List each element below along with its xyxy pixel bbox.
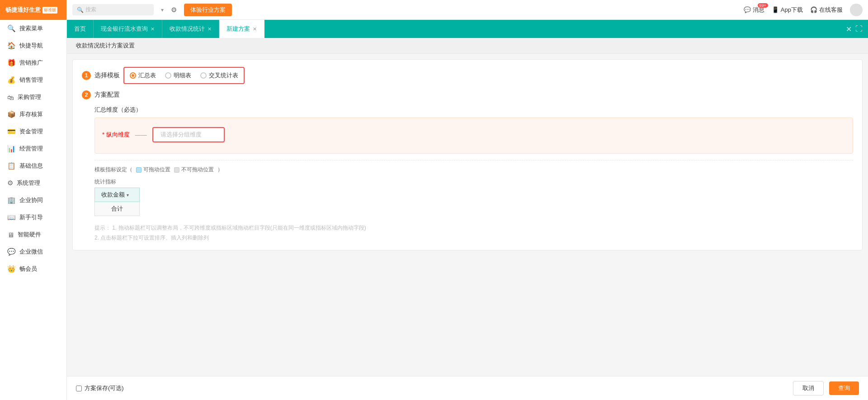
enterprise-icon: 🏢	[7, 196, 16, 204]
user-avatar[interactable]	[850, 4, 863, 16]
page-header: 收款情况统计方案设置	[67, 38, 868, 54]
tab-home[interactable]: 首页	[67, 20, 94, 38]
sidebar-item-label: 销售管理	[19, 76, 43, 84]
page-header-title: 收款情况统计方案设置	[76, 42, 135, 49]
notice-badge: 99+	[758, 3, 768, 8]
page-content: 收款情况统计方案设置 1 选择模板 汇总表 明细表	[67, 38, 868, 400]
dimension-row: 纵向维度 —— 请选择分组维度	[102, 127, 845, 142]
search-icon: 🔍	[77, 7, 84, 13]
sidebar-item-base-info[interactable]: 📋 基础信息	[0, 157, 66, 174]
tab-collection-close[interactable]: ✕	[208, 26, 212, 32]
dim-select[interactable]: 请选择分组维度	[152, 127, 225, 142]
sidebar-item-label: 新手引导	[19, 213, 43, 221]
radio-detail[interactable]: 明细表	[165, 71, 191, 80]
radio-cross[interactable]: 交叉统计表	[200, 71, 238, 80]
sidebar-item-inventory[interactable]: 📦 库存核算	[0, 106, 66, 123]
sidebar-item-purchase[interactable]: 🛍 采购管理	[0, 89, 66, 106]
movable-dot	[136, 167, 142, 173]
sidebar-item-label: 系统管理	[17, 179, 40, 187]
operations-icon: 📊	[7, 145, 16, 153]
logo-badge: 标准版	[42, 7, 57, 14]
radio-cross-label: 交叉统计表	[209, 71, 238, 80]
trial-btn[interactable]: 体验行业方案	[184, 4, 232, 16]
metrics-close-paren: ）	[217, 166, 223, 174]
tab-cash-query-close[interactable]: ✕	[151, 26, 155, 32]
draggable-hint: 模板指标设定（ 可拖动位置 不可拖动位置 ）	[94, 166, 853, 174]
sidebar-item-label: 企业协同	[19, 196, 43, 204]
sidebar-item-label: 企业微信	[19, 248, 43, 256]
sidebar-item-funds[interactable]: 💳 资金管理	[0, 123, 66, 140]
sidebar-item-label: 基础信息	[19, 162, 43, 170]
sidebar-item-label: 库存核算	[19, 110, 43, 118]
step2-area: 2 方案配置 汇总维度（必选） 纵向维度 —— 请选择分组维度	[82, 90, 853, 243]
sidebar-item-marketing[interactable]: 🎁 营销推广	[0, 54, 66, 71]
step2-title: 方案配置	[94, 91, 120, 99]
radio-detail-circle	[165, 72, 171, 79]
stats-label-text: 统计指标	[94, 178, 140, 186]
save-plan-wrap[interactable]: 方案保存(可选)	[76, 384, 124, 392]
dim-arrow: ——	[135, 132, 147, 138]
service-wrap[interactable]: 🎧 在线客服	[810, 6, 843, 14]
tab-cash-query[interactable]: 现金银行流水查询 ✕	[94, 20, 162, 38]
sidebar: 畅捷通好生意 标准版 🔍 搜索菜单 🏠 快捷导航 🎁 营销推广 💰 销售管理 🛍…	[0, 0, 67, 400]
notice-icon: 💬	[744, 6, 751, 13]
sidebar-item-system[interactable]: ⚙ 系统管理	[0, 174, 66, 192]
footer-bar: 方案保存(可选) 取消 查询	[67, 376, 868, 400]
tab-new-plan-close[interactable]: ✕	[253, 26, 257, 32]
radio-summary[interactable]: 汇总表	[130, 71, 156, 80]
logo-text: 畅捷通好生意	[5, 6, 41, 14]
topbar-search[interactable]: 🔍 搜索	[72, 4, 154, 15]
sidebar-item-smart-hw[interactable]: 🖥 智能硬件	[0, 226, 66, 243]
cancel-button[interactable]: 取消	[793, 381, 824, 395]
save-plan-checkbox[interactable]	[76, 386, 82, 391]
tab-home-label: 首页	[74, 25, 86, 33]
service-label: 在线客服	[819, 6, 843, 14]
save-plan-label: 方案保存(可选)	[85, 384, 124, 392]
download-wrap[interactable]: 📱 App下载	[772, 6, 803, 14]
sidebar-item-member[interactable]: 👑 畅会员	[0, 260, 66, 278]
query-button[interactable]: 查询	[829, 381, 859, 395]
sidebar-item-sales[interactable]: 💰 销售管理	[0, 71, 66, 89]
sidebar-item-label: 营销推广	[19, 59, 43, 67]
tab-new-plan[interactable]: 新建方案 ✕	[219, 20, 264, 38]
sidebar-item-search-menu[interactable]: 🔍 搜索菜单	[0, 20, 66, 37]
stats-col-dropdown-icon[interactable]: ▾	[127, 193, 129, 198]
tab-expand-icon[interactable]: ⛶	[855, 25, 863, 33]
service-icon: 🎧	[810, 6, 817, 13]
radio-summary-label: 汇总表	[138, 71, 156, 80]
template-options-box: 汇总表 明细表 交叉统计表	[123, 67, 245, 84]
search-placeholder: 搜索	[85, 6, 96, 14]
step2-header: 2 方案配置	[82, 90, 853, 99]
stats-col-header[interactable]: 收款金额 ▾	[94, 188, 140, 202]
tabbar: 首页 现金银行流水查询 ✕ 收款情况统计 ✕ 新建方案 ✕ ✕ ⛶	[67, 20, 868, 38]
fixed-dot	[174, 167, 179, 173]
metrics-section-title: 模板指标设定（	[94, 166, 132, 174]
tab-close-all-icon[interactable]: ✕	[846, 25, 852, 33]
tip-2: 2. 点击标题栏下拉可设置排序、插入列和删除列	[94, 233, 853, 243]
radio-summary-circle	[130, 72, 136, 79]
movable-label: 可拖动位置	[143, 166, 170, 174]
fixed-tag: 不可拖动位置	[174, 166, 214, 174]
sidebar-item-wechat[interactable]: 💬 企业微信	[0, 243, 66, 260]
main-area: 🔍 搜索 ▾ ⚙ 体验行业方案 💬 消息 99+ 📱 App下载 🎧 在线客服	[67, 0, 868, 400]
smart-hw-icon: 🖥	[7, 231, 14, 239]
search-menu-icon: 🔍	[7, 24, 16, 33]
step1-title: 选择模板	[94, 71, 120, 80]
purchase-icon: 🛍	[7, 94, 14, 101]
tip-1: 提示： 1. 拖动标题栏可以调整布局，不可跨维度或指标区域拖动栏目字段(只能在同…	[94, 223, 853, 233]
sidebar-item-enterprise[interactable]: 🏢 企业协同	[0, 192, 66, 209]
topbar: 🔍 搜索 ▾ ⚙ 体验行业方案 💬 消息 99+ 📱 App下载 🎧 在线客服	[67, 0, 868, 20]
topbar-dropdown-btn[interactable]: ▾	[161, 7, 164, 13]
stats-col-cell: 合计	[94, 202, 140, 216]
vertical-dim-label: 纵向维度	[102, 131, 130, 139]
sidebar-item-quick-nav[interactable]: 🏠 快捷导航	[0, 37, 66, 54]
tab-collection-stats[interactable]: 收款情况统计 ✕	[162, 20, 219, 38]
notice-wrap[interactable]: 💬 消息 99+	[744, 6, 764, 14]
sidebar-item-operations[interactable]: 📊 经营管理	[0, 140, 66, 157]
download-label: App下载	[781, 6, 803, 14]
fixed-label: 不可拖动位置	[181, 166, 214, 174]
topbar-gear-icon[interactable]: ⚙	[171, 6, 177, 14]
marketing-icon: 🎁	[7, 59, 16, 67]
sales-icon: 💰	[7, 76, 16, 84]
sidebar-item-guide[interactable]: 📖 新手引导	[0, 209, 66, 226]
